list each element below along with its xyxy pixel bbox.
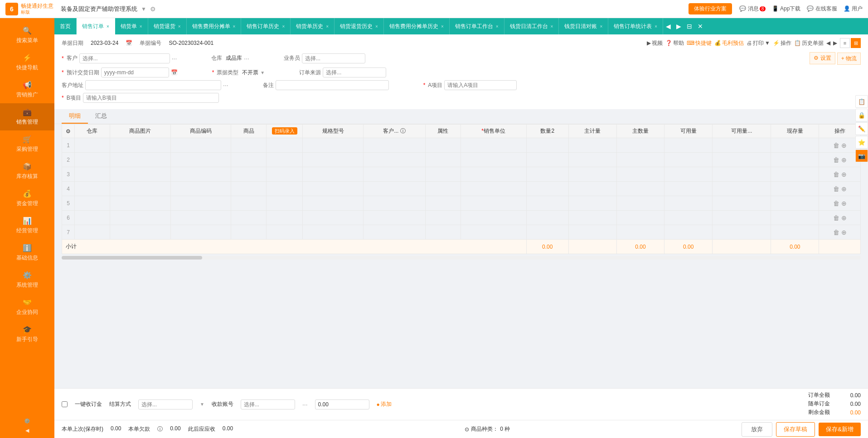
row-attr-2[interactable]	[426, 153, 461, 167]
tab-sales-workbench[interactable]: 销售订单工作台 ×	[450, 18, 504, 34]
row-main-unit-1[interactable]	[568, 138, 616, 153]
col-scan[interactable]: 扫码录入	[267, 125, 303, 138]
row-unit-2[interactable]	[461, 153, 526, 167]
row-warehouse-2[interactable]	[75, 153, 110, 167]
sidebar-item-purchase[interactable]: 🛒 采购管理	[0, 130, 54, 158]
del-btn-6[interactable]: 🗑	[833, 214, 839, 221]
sidebar-item-basic[interactable]: ℹ️ 基础信息	[0, 239, 54, 266]
sidebar-item-operations[interactable]: 📊 经营管理	[0, 212, 54, 239]
account-input[interactable]	[241, 399, 295, 409]
row-code-1[interactable]	[170, 138, 231, 153]
b-project-input[interactable]	[83, 93, 219, 103]
customer-more[interactable]: ···	[172, 55, 177, 62]
doc-date-value[interactable]: 2023-03-24	[91, 40, 118, 46]
shortcut-btn[interactable]: ⌨ 快捷键	[687, 39, 712, 47]
copy-btn-2[interactable]: ⊕	[841, 156, 847, 164]
scroll-track[interactable]	[62, 256, 861, 260]
invoice-type-dropdown[interactable]: ▼	[260, 70, 265, 75]
payment-dropdown[interactable]: ▼	[200, 402, 204, 407]
calendar-icon[interactable]: 📅	[126, 40, 132, 46]
row-scan-1[interactable]	[267, 138, 303, 153]
tab-cash-reconcile[interactable]: 钱货日清对账 ×	[559, 18, 608, 34]
row-scan-2[interactable]	[267, 153, 303, 167]
tab-close-expense-history[interactable]: ×	[441, 24, 444, 29]
goods-count-icon[interactable]: ⊙	[465, 426, 469, 433]
tab-close-goods-history[interactable]: ×	[326, 24, 329, 29]
curr-debit-icon[interactable]: ⓘ	[157, 425, 163, 433]
tab-home[interactable]: 首页	[54, 18, 77, 34]
del-btn-3[interactable]: 🗑	[833, 171, 839, 178]
sidebar-item-finance[interactable]: 💰 资金管理	[0, 185, 54, 212]
row-img-1[interactable]	[110, 138, 170, 153]
address-more[interactable]: ···	[223, 82, 228, 89]
help-btn[interactable]: ❓ 帮助	[665, 39, 684, 47]
staff-input[interactable]	[302, 53, 365, 63]
row-unit-1[interactable]	[461, 138, 526, 153]
sidebar-item-guide[interactable]: 🎓 新手引导	[0, 321, 54, 348]
row-spec-2[interactable]	[303, 153, 364, 167]
row-product-1[interactable]	[231, 138, 267, 153]
one-click-checkbox[interactable]	[62, 401, 68, 407]
preview-btn[interactable]: ▶ 视频	[647, 39, 663, 47]
tab-close-sales-goods[interactable]: ×	[140, 24, 142, 29]
user-icon[interactable]: 👤 用户	[844, 5, 863, 13]
tab-menu-btn[interactable]: ⊟	[684, 23, 695, 30]
history-btn[interactable]: 📋 历史单据	[794, 39, 824, 47]
save-draft-btn[interactable]: 保存草稿	[776, 422, 815, 437]
system-dropdown[interactable]: ▼	[141, 6, 146, 12]
float-btn-1[interactable]: 📋	[855, 95, 868, 108]
tab-close-all-btn[interactable]: ✕	[695, 23, 706, 30]
tab-close-sales-return[interactable]: ×	[178, 24, 181, 29]
tab-close-cash-reconcile[interactable]: ×	[600, 24, 602, 29]
customer-input[interactable]	[79, 53, 170, 63]
add-btn[interactable]: ● 添加	[377, 400, 392, 408]
warehouse-value[interactable]: 成品库	[226, 54, 242, 62]
float-btn-5[interactable]: 📷	[855, 149, 868, 162]
del-btn-7[interactable]: 🗑	[833, 229, 839, 236]
discard-btn[interactable]: 放弃	[742, 422, 772, 437]
tab-sales-stats[interactable]: 销售订单统计表 ×	[608, 18, 663, 34]
tab-sales-order-history[interactable]: 销售订单历史 ×	[241, 18, 291, 34]
invoice-type-value[interactable]: 不开票	[242, 69, 258, 77]
tab-sales-return[interactable]: 销货退货 ×	[148, 18, 187, 34]
tab-close-sales-stats[interactable]: ×	[655, 24, 657, 29]
del-btn-5[interactable]: 🗑	[833, 200, 839, 207]
grid-view-btn[interactable]: ⊞	[851, 38, 861, 48]
sidebar-item-enterprise[interactable]: 🤝 企业协同	[0, 294, 54, 321]
tab-prev-btn[interactable]: ◀	[663, 23, 674, 30]
tab-sales-expense[interactable]: 销售费用分摊单 ×	[187, 18, 242, 34]
calendar-icon2[interactable]: 📅	[171, 69, 178, 76]
remark-input[interactable]	[276, 80, 389, 90]
tab-close-sales-order-history[interactable]: ×	[282, 24, 285, 29]
copy-btn-6[interactable]: ⊕	[841, 214, 847, 221]
row-qty2-2[interactable]	[526, 153, 568, 167]
list-view-btn[interactable]: ≡	[840, 38, 850, 48]
float-btn-4[interactable]: ⭐	[855, 136, 868, 149]
copy-btn-5[interactable]: ⊕	[841, 200, 847, 207]
tab-cash-workbench[interactable]: 钱货日清工作台 ×	[504, 18, 559, 34]
operation-btn[interactable]: ⚡ 操作	[773, 39, 791, 47]
row-img-2[interactable]	[110, 153, 170, 167]
sidebar-bottom-settings[interactable]: ⚙️	[24, 418, 30, 424]
row-warehouse-1[interactable]	[75, 138, 110, 153]
tab-close-return-history[interactable]: ×	[375, 24, 378, 29]
tab-sales-goods[interactable]: 销货单 ×	[115, 18, 148, 34]
row-attr-1[interactable]	[426, 138, 461, 153]
row-warehouse-3[interactable]	[75, 167, 110, 182]
copy-btn-7[interactable]: ⊕	[841, 229, 847, 236]
col-settings[interactable]: ⚙	[62, 125, 75, 138]
app-download-btn[interactable]: 📱 App下载	[772, 5, 800, 13]
print-dropdown[interactable]: ▼	[765, 40, 770, 46]
warehouse-more[interactable]: ···	[244, 55, 249, 62]
customer-address-input[interactable]	[85, 80, 221, 90]
row-avail-2[interactable]	[664, 153, 713, 167]
tab-goods-history[interactable]: 销货单历史 ×	[291, 18, 335, 34]
message-icon[interactable]: 💬 消息8	[739, 5, 766, 13]
amount-input[interactable]	[315, 399, 369, 409]
sidebar-collapse-btn[interactable]: ◀	[25, 428, 29, 433]
del-btn-1[interactable]: 🗑	[833, 142, 839, 149]
settings-icon[interactable]: ⚙	[150, 5, 156, 13]
row-cust-code-1[interactable]	[364, 138, 426, 153]
tab-detail[interactable]: 明细	[62, 109, 88, 124]
copy-btn-3[interactable]: ⊕	[841, 171, 847, 178]
